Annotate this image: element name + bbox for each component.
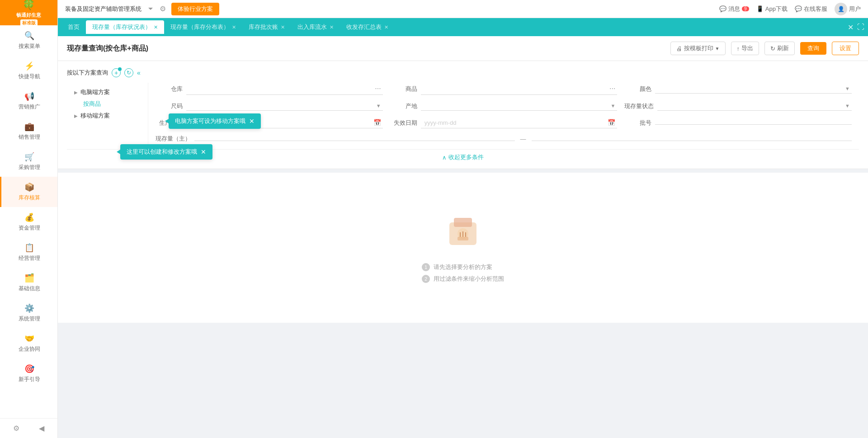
app-download-btn[interactable]: 📱 App下载 xyxy=(756,5,788,13)
sidebar-item-cooperation[interactable]: 🤝 企业协同 xyxy=(0,328,57,358)
back-scheme-btn[interactable]: « xyxy=(137,69,141,76)
phone-icon: 📱 xyxy=(756,5,764,12)
warehouse-more-icon[interactable]: ··· xyxy=(373,85,382,93)
trial-btn[interactable]: 体验行业方案 xyxy=(171,3,219,15)
warehouse-label: 仓库 xyxy=(156,85,183,93)
origin-dropdown-icon: ▼ xyxy=(610,103,617,108)
color-select[interactable]: ▼ xyxy=(655,84,852,94)
collapse-sidebar-icon[interactable]: ◀ xyxy=(39,424,44,433)
sidebar-item-inventory[interactable]: 📦 库存核算 xyxy=(0,177,57,207)
marketing-icon: 📢 xyxy=(24,91,34,101)
origin-select[interactable]: ▼ xyxy=(421,101,618,111)
tab-home[interactable]: 首页 xyxy=(61,20,86,34)
sidebar-item-sales[interactable]: 💼 销售管理 xyxy=(0,116,57,146)
tab-close-inventory-dist[interactable]: ✕ xyxy=(232,24,236,30)
size-select[interactable]: ▼ xyxy=(186,101,383,111)
desktop-scheme-label: 电脑端方案 xyxy=(80,88,110,96)
notification-btn[interactable]: 💬 消息 9 xyxy=(719,5,749,13)
edit-scheme-tooltip: 这里可以创建和修改方案哦 ✕ xyxy=(120,144,212,160)
tab-in-out-flow-label: 出入库流水 xyxy=(297,23,327,31)
filter-row-2: 尺码 ▼ 产地 ▼ 现存量状态 xyxy=(156,101,852,111)
search-btn[interactable]: 查询 xyxy=(800,42,826,55)
goods-label: 商品 xyxy=(390,85,417,93)
sidebar-item-system[interactable]: ⚙️ 系统管理 xyxy=(0,298,57,328)
size-dropdown-icon: ▼ xyxy=(376,103,383,108)
add-scheme-tooltip: 电脑方案可设为移动方案哦 ✕ xyxy=(169,113,261,129)
notification-label: 消息 xyxy=(728,5,740,13)
warehouse-select[interactable]: ··· xyxy=(186,83,383,95)
tip-text-1: 请先选择要分析的方案 xyxy=(434,263,492,271)
finance-icon: 💰 xyxy=(24,212,34,222)
close-all-tabs-icon[interactable]: ✕ xyxy=(848,23,854,32)
filter-header: 按以下方案查询 + ↻ « xyxy=(67,68,859,77)
expiry-date-calendar-icon[interactable]: 📅 xyxy=(608,119,617,126)
size-label: 尺码 xyxy=(156,102,183,110)
empty-tip-2: 2 用过滤条件来缩小分析范围 xyxy=(422,275,504,283)
sidebar-item-guide[interactable]: 🎯 新手引导 xyxy=(0,358,57,389)
inventory-main-input[interactable] xyxy=(194,137,515,141)
expiry-date-input-wrap[interactable]: yyyy-mm-dd 📅 xyxy=(421,117,618,128)
desktop-scheme-node[interactable]: ▶ 电脑端方案 xyxy=(74,86,148,98)
mobile-scheme-label: 移动端方案 xyxy=(80,112,110,120)
scheme-tree: ▶ 电脑端方案 按商品 ▶ 移动端方案 xyxy=(67,86,148,122)
export-icon: ↑ xyxy=(737,45,740,52)
empty-state: 1 请先选择要分析的方案 2 用过滤条件来缩小分析范围 xyxy=(58,173,868,323)
close-edit-tooltip-btn[interactable]: ✕ xyxy=(201,148,206,155)
print-btn[interactable]: 🖨 按模板打印 ▼ xyxy=(670,42,726,55)
tab-inventory-status-label: 现存量（库存状况表） xyxy=(92,23,151,31)
refresh-scheme-btn[interactable]: ↻ xyxy=(124,68,133,77)
tab-batch-account[interactable]: 库存批次账 ✕ xyxy=(242,20,291,34)
set-btn[interactable]: 设置 xyxy=(832,42,859,55)
filter-header-label: 按以下方案查询 xyxy=(67,69,108,77)
inventory-main-label: 现存量（主） xyxy=(156,135,191,143)
tab-in-out-flow[interactable]: 出入库流水 ✕ xyxy=(291,20,340,34)
user-label: 用户 xyxy=(849,5,861,13)
desktop-scheme-child-label: 按商品 xyxy=(83,100,101,108)
dropdown-arrow-icon[interactable] xyxy=(147,5,154,13)
lot-number-input[interactable] xyxy=(655,121,852,125)
collapse-label: 收起更多条件 xyxy=(448,153,484,161)
sidebar-item-basic[interactable]: 🗂️ 基础信息 xyxy=(0,268,57,298)
print-dropdown-icon: ▼ xyxy=(715,46,720,51)
production-date-calendar-icon[interactable]: 📅 xyxy=(373,119,383,126)
sidebar-item-search-menu[interactable]: 🔍 搜索菜单 xyxy=(0,25,57,56)
tab-close-receive-summary[interactable]: ✕ xyxy=(384,24,388,30)
sidebar-item-finance[interactable]: 💰 资金管理 xyxy=(0,207,57,237)
inventory-status-select[interactable]: ▼ xyxy=(657,101,852,111)
user-profile[interactable]: 👤 用户 xyxy=(835,3,861,15)
settings-bottom-icon[interactable]: ⚙ xyxy=(13,424,19,433)
sidebar-item-label: 系统管理 xyxy=(19,315,40,323)
export-btn[interactable]: ↑ 导出 xyxy=(731,42,760,55)
sidebar-item-quick-nav[interactable]: ⚡ 快捷导航 xyxy=(0,56,57,86)
quick-nav-icon: ⚡ xyxy=(24,61,34,71)
sidebar-item-purchase[interactable]: 🛒 采购管理 xyxy=(0,146,57,177)
tab-receive-summary[interactable]: 收发存汇总表 ✕ xyxy=(340,20,395,34)
sidebar-item-marketing[interactable]: 📢 营销推广 xyxy=(0,86,57,116)
inventory-main-input2[interactable] xyxy=(532,137,852,141)
gear-icon[interactable]: ⚙ xyxy=(160,5,166,13)
goods-select[interactable]: ··· xyxy=(421,83,618,95)
filter-row-1: 仓库 ··· 商品 ··· 颜色 xyxy=(156,83,852,95)
dash-separator: — xyxy=(520,136,526,142)
expand-icon[interactable]: ⛶ xyxy=(857,23,864,31)
online-service-label: 在线客服 xyxy=(804,5,827,13)
tab-close-batch-account[interactable]: ✕ xyxy=(281,24,285,30)
tab-close-in-out-flow[interactable]: ✕ xyxy=(330,24,334,30)
mobile-scheme-node[interactable]: ▶ 移动端方案 xyxy=(74,110,148,122)
lot-number-group: 批号 xyxy=(624,119,852,127)
header: 装备及固定资产辅助管理系统 ⚙ 体验行业方案 💬 消息 9 📱 App下载 💬 … xyxy=(58,0,868,18)
online-service-btn[interactable]: 💬 在线客服 xyxy=(795,5,827,13)
export-label: 导出 xyxy=(741,44,753,52)
sidebar-item-label: 快捷导航 xyxy=(19,73,40,80)
origin-group: 产地 ▼ xyxy=(390,101,618,111)
sidebar-item-label: 基础信息 xyxy=(19,285,40,292)
sidebar-item-business[interactable]: 📋 经营管理 xyxy=(0,237,57,268)
tab-close-inventory-status[interactable]: ✕ xyxy=(154,24,158,30)
desktop-scheme-child[interactable]: 按商品 xyxy=(83,98,148,110)
tab-inventory-status[interactable]: 现存量（库存状况表） ✕ xyxy=(86,20,164,34)
close-add-tooltip-btn[interactable]: ✕ xyxy=(249,118,255,125)
refresh-btn[interactable]: ↻ 刷新 xyxy=(764,42,795,55)
system-name: 装备及固定资产辅助管理系统 xyxy=(65,5,142,13)
goods-more-icon[interactable]: ··· xyxy=(608,85,617,93)
tab-inventory-dist[interactable]: 现存量（库存分布表） ✕ xyxy=(164,20,242,34)
